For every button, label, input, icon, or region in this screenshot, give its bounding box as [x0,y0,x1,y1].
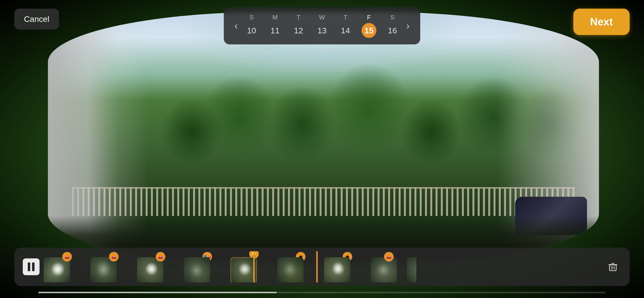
dot-separator-5: · · · · [304,268,324,273]
dot-separator-7: · · [397,268,407,273]
calendar-day-0[interactable]: S 10 [242,14,262,38]
camera-scene [48,12,599,264]
calendar-day-2[interactable]: T 12 [289,14,308,38]
day-number-4: 14 [338,23,353,38]
day-letter-4: T [344,14,348,21]
timeline[interactable]: 🚗 · · · · 🚗 · · · · 🚗 · · [44,251,598,282]
calendar-day-5[interactable]: F 15 [359,14,379,38]
pause-bar-right [32,262,34,271]
timeline-cursor-mark [253,251,255,282]
delete-button[interactable] [603,257,622,276]
cancel-button[interactable]: Cancel [14,9,59,30]
day-letter-6: S [390,14,394,21]
event-icon-7: 🚗 [384,252,394,261]
thumbnail-6[interactable] [324,257,350,282]
calendar-day-4[interactable]: T 14 [336,14,355,38]
dot-separator-0: · · · · [70,268,90,273]
timeline-playhead [316,251,318,282]
calendar-bar: ‹ S 10 M 11 T 12 W 13 T 14 F 15 [224,7,420,44]
event-icon-2: 🚗 [156,252,165,261]
thumbnail-8[interactable] [407,257,416,282]
day-letter-1: M [272,14,278,21]
scrubber-fill [38,292,277,293]
day-letter-0: S [250,14,254,21]
thumbnail-4[interactable] [230,257,257,282]
thumbnail-7[interactable] [371,257,397,282]
calendar-days: S 10 M 11 T 12 W 13 T 14 F 15 S [242,14,402,38]
dot-separator-3: · · · · [210,268,230,273]
day-number-3: 13 [314,23,330,38]
thumbnail-5[interactable] [277,257,304,282]
event-icon-1: 🚗 [109,252,118,261]
day-letter-3: W [319,14,325,21]
scrubber-bar[interactable] [38,292,606,293]
dot-separator-2: · · · · [164,268,184,273]
calendar-day-1[interactable]: M 11 [265,14,285,38]
calendar-next-button[interactable]: › [402,19,414,33]
pause-icon [23,258,40,275]
pause-bar-left [28,262,30,271]
next-button[interactable]: Next [573,9,630,35]
calendar-day-6[interactable]: S 16 [382,14,402,38]
dot-separator-1: · · · · [117,268,137,273]
day-letter-2: T [296,14,300,21]
dot-separator-4: · · · · [257,268,277,273]
event-icon-0: 🚗 [62,252,72,261]
dot-separator-6: · · · · [350,268,371,273]
day-number-1: 11 [268,23,282,38]
day-number-5: 15 [362,23,376,38]
play-pause-button[interactable] [22,257,41,276]
thumbnail-3[interactable] [184,257,210,282]
calendar-day-3[interactable]: W 13 [312,14,332,38]
day-letter-5: F [367,14,371,21]
day-number-0: 10 [244,23,259,38]
day-number-6: 16 [385,23,400,38]
calendar-prev-button[interactable]: ‹ [230,19,242,33]
trash-icon [608,261,618,272]
day-number-2: 12 [291,23,306,38]
controls-bar: 🚗 · · · · 🚗 · · · · 🚗 · · [14,248,630,286]
